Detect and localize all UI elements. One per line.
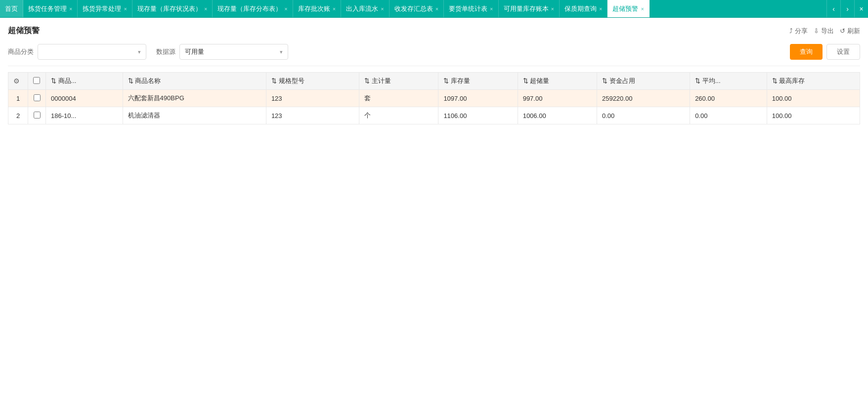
cell-overstock: 1006.00: [518, 107, 597, 124]
row-checkbox-cell: [28, 90, 46, 107]
row-checkbox-cell: [28, 107, 46, 124]
close-icon[interactable]: ×: [381, 6, 384, 12]
query-button[interactable]: 查询: [790, 44, 823, 60]
cell-product-code: 186-10...: [46, 107, 123, 124]
product-category-label: 商品分类: [8, 47, 34, 56]
row-checkbox[interactable]: [34, 94, 41, 101]
top-navigation: 首页 拣货任务管理 × 拣货异常处理 × 现存量（库存状况表） × 现存量（库存…: [0, 0, 868, 18]
filter-row: 商品分类 ▾ 数据源 可用量 ▾ 查询 设置: [8, 44, 860, 60]
share-icon: ⤴: [789, 27, 793, 35]
cell-product-name: 六配套新昌490BPG: [123, 90, 266, 107]
close-icon[interactable]: ×: [69, 6, 72, 12]
cell-max-stock: 100.00: [767, 90, 860, 107]
close-icon[interactable]: ×: [641, 6, 644, 12]
th-capital-label: ⇅ 资金占用: [602, 77, 635, 84]
close-icon[interactable]: ×: [124, 6, 127, 12]
th-max-stock-label: ⇅ 最高库存: [772, 77, 805, 84]
th-unit[interactable]: ⇅ 主计量: [359, 73, 438, 90]
th-stock-label: ⇅ 库存量: [443, 77, 470, 84]
th-overstock-label: ⇅ 超储量: [523, 77, 550, 84]
data-table: ⚙ ⇅ 商品... ⇅ 商品名称 ⇅ 规格型号 ⇅ 主计量 ⇅: [8, 72, 860, 124]
filter-action-buttons: 查询 设置: [790, 44, 860, 60]
settings-button[interactable]: 设置: [826, 44, 860, 60]
chevron-down-icon: ▾: [138, 49, 141, 55]
cell-capital: 0.00: [597, 107, 690, 124]
th-max-stock[interactable]: ⇅ 最高库存: [767, 73, 860, 90]
page-header: 超储预警 ⤴ 分享 ⇩ 导出 ↺ 刷新: [8, 26, 860, 36]
close-icon[interactable]: ×: [284, 6, 287, 12]
nav-batch-account[interactable]: 库存批次账 ×: [293, 0, 341, 17]
cell-spec: 123: [266, 107, 359, 124]
cell-max-stock: 100.00: [767, 107, 860, 124]
cell-avg-price: 0.00: [690, 107, 767, 124]
cell-overstock: 997.00: [518, 90, 597, 107]
cell-unit: 个: [359, 107, 438, 124]
th-spec-label: ⇅ 规格型号: [271, 77, 304, 84]
row-number: 1: [8, 90, 28, 107]
refresh-button[interactable]: ↺ 刷新: [840, 27, 860, 36]
data-source-select[interactable]: 可用量 ▾: [179, 44, 288, 60]
row-number: 2: [8, 107, 28, 124]
table-header-row: ⚙ ⇅ 商品... ⇅ 商品名称 ⇅ 规格型号 ⇅ 主计量 ⇅: [8, 73, 860, 90]
nav-exception[interactable]: 拣货异常处理 ×: [78, 0, 132, 17]
product-category-select[interactable]: ▾: [38, 44, 146, 60]
data-source-value: 可用量: [185, 47, 204, 56]
nav-inventory-status[interactable]: 现存量（库存状况表） ×: [132, 0, 213, 17]
th-checkbox: [28, 73, 46, 90]
data-source-filter: 数据源 可用量 ▾: [156, 44, 288, 60]
cell-stock: 1106.00: [438, 107, 518, 124]
nav-prev-arrow[interactable]: ‹: [826, 0, 840, 17]
row-checkbox[interactable]: [34, 112, 41, 118]
th-overstock[interactable]: ⇅ 超储量: [518, 73, 597, 90]
close-icon[interactable]: ×: [490, 6, 493, 12]
nav-quality-period[interactable]: 保质期查询 ×: [560, 0, 608, 17]
nav-inout-flow[interactable]: 出入库流水 ×: [341, 0, 389, 17]
nav-available-book[interactable]: 可用量库存账本 ×: [499, 0, 560, 17]
th-capital[interactable]: ⇅ 资金占用: [597, 73, 690, 90]
th-avg-price[interactable]: ⇅ 平均...: [690, 73, 767, 90]
th-product-name[interactable]: ⇅ 商品名称: [123, 73, 266, 90]
cell-spec: 123: [266, 90, 359, 107]
th-product-code[interactable]: ⇅ 商品...: [46, 73, 123, 90]
page-content: 超储预警 ⤴ 分享 ⇩ 导出 ↺ 刷新 商品分类 ▾ 数据源: [0, 18, 868, 395]
chevron-down-icon: ▾: [280, 49, 283, 55]
table-row: 2 186-10... 机油滤清器 123 个 1106.00 1006.00 …: [8, 107, 860, 124]
nav-home[interactable]: 首页: [0, 0, 23, 17]
cell-capital: 259220.00: [597, 90, 690, 107]
close-icon[interactable]: ×: [204, 6, 207, 12]
nav-overstock-alert[interactable]: 超储预警 ×: [608, 0, 649, 17]
th-avg-price-label: ⇅ 平均...: [695, 77, 720, 84]
table-row: 1 0000004 六配套新昌490BPG 123 套 1097.00 997.…: [8, 90, 860, 107]
filter-divider: [8, 66, 860, 66]
nav-task-mgmt[interactable]: 拣货任务管理 ×: [23, 0, 78, 17]
nav-summary-table[interactable]: 收发存汇总表 ×: [390, 0, 444, 17]
th-spec[interactable]: ⇅ 规格型号: [266, 73, 359, 90]
cell-avg-price: 260.00: [690, 90, 767, 107]
data-source-label: 数据源: [156, 47, 175, 56]
export-icon: ⇩: [814, 27, 819, 35]
nav-next-arrow[interactable]: ›: [840, 0, 854, 17]
cell-stock: 1097.00: [438, 90, 518, 107]
cell-product-code: 0000004: [46, 90, 123, 107]
close-icon[interactable]: ×: [599, 6, 602, 12]
th-settings: ⚙: [8, 73, 28, 90]
header-actions: ⤴ 分享 ⇩ 导出 ↺ 刷新: [789, 27, 860, 36]
page-title: 超储预警: [8, 26, 40, 36]
share-button[interactable]: ⤴ 分享: [789, 27, 808, 36]
th-unit-label: ⇅ 主计量: [364, 77, 391, 84]
gear-icon[interactable]: ⚙: [13, 77, 20, 85]
refresh-icon: ↺: [840, 27, 845, 35]
th-stock[interactable]: ⇅ 库存量: [438, 73, 518, 90]
nav-arrows: ‹ › ×: [826, 0, 868, 17]
product-category-filter: 商品分类 ▾: [8, 44, 146, 60]
export-button[interactable]: ⇩ 导出: [814, 27, 834, 36]
nav-inventory-dist[interactable]: 现存量（库存分布表） ×: [213, 0, 293, 17]
close-icon[interactable]: ×: [551, 6, 554, 12]
close-icon[interactable]: ×: [333, 6, 336, 12]
cell-unit: 套: [359, 90, 438, 107]
th-product-name-label: ⇅ 商品名称: [128, 77, 161, 84]
nav-close-arrow[interactable]: ×: [854, 0, 868, 17]
select-all-checkbox[interactable]: [33, 77, 40, 84]
close-icon[interactable]: ×: [435, 6, 438, 12]
nav-order-stats[interactable]: 要货单统计表 ×: [444, 0, 498, 17]
